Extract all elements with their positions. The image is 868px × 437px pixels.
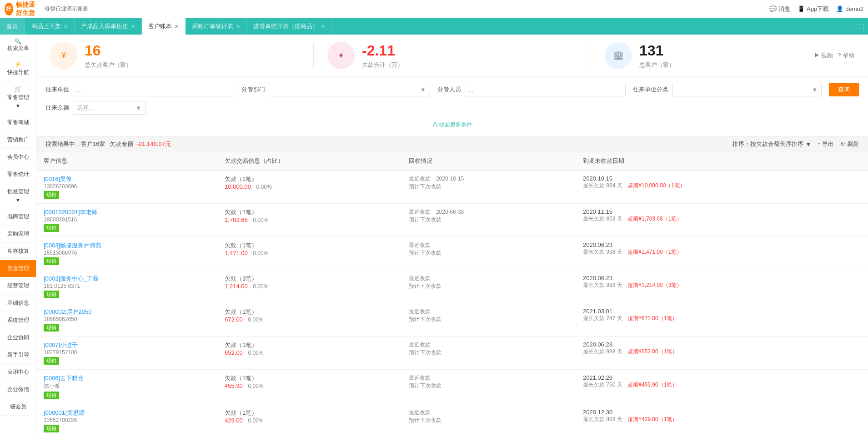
sidebar-item-new-guide[interactable]: 新手引导 bbox=[0, 347, 36, 364]
sidebar-item-member[interactable]: 会员中心 bbox=[0, 149, 36, 166]
sidebar-item-nav[interactable]: ⚡ 快捷导航 bbox=[0, 56, 36, 81]
tab-product-history[interactable]: 产成品入库单历史 ✕ bbox=[75, 18, 142, 35]
collapse-filters[interactable]: ⋀ 收起更多条件 bbox=[45, 119, 859, 131]
sidebar-item-enterprise[interactable]: 企业协同 bbox=[0, 329, 36, 347]
filter-input-manager[interactable]: ... bbox=[465, 83, 626, 96]
overdue-amount-7[interactable]: 超期¥429.00（1笔） bbox=[627, 416, 677, 422]
sidebar-item-wechat[interactable]: 企业微信 bbox=[0, 381, 36, 398]
sidebar-item-system[interactable]: 系统管理 bbox=[0, 312, 36, 329]
filter-group-dept: 分管部门 ▼ bbox=[241, 83, 430, 96]
overdue-amount-2[interactable]: 超期¥1,471.00（1笔） bbox=[627, 249, 682, 255]
svg-text:🏢: 🏢 bbox=[613, 50, 624, 60]
cell-customer-2: [0003]畅捷服务尹海燕 18513066976 现销 bbox=[36, 237, 217, 270]
cell-debt-7: 欠款（1笔） 429.00 0.00% bbox=[217, 404, 401, 437]
debt-amount-6[interactable]: 455.90 bbox=[225, 382, 243, 389]
overdue-amount-3[interactable]: 超期¥1,214.00（3笔） bbox=[627, 282, 682, 288]
tab-home[interactable]: 首页 bbox=[0, 18, 25, 35]
cell-debt-2: 欠款（1笔） 1,471.00 0.00% bbox=[217, 237, 401, 270]
customer-name-link-4[interactable]: [000002]用户2050 bbox=[44, 308, 210, 316]
sort-selector[interactable]: 排序：按欠款金额倒序排序 ▼ bbox=[733, 140, 811, 148]
debt-pct-4: 0.00% bbox=[248, 316, 263, 323]
debt-amount-2[interactable]: 1,471.00 bbox=[225, 250, 248, 256]
customer-name-link-6[interactable]: [0006]去下粮仓 bbox=[44, 374, 210, 382]
query-button[interactable]: 查询 bbox=[829, 83, 859, 96]
filter-select-category[interactable]: ▼ bbox=[672, 83, 822, 96]
tab-purchase-stats[interactable]: 进货单统计表（按商品） ✕ bbox=[247, 18, 332, 35]
sidebar-item-purchase[interactable]: 采购管理 bbox=[0, 226, 36, 243]
customer-name-link-2[interactable]: [0003]畅捷服务尹海燕 bbox=[44, 241, 210, 250]
stat-label-customers: 总欠款客户（家） bbox=[85, 61, 132, 69]
debt-amount-0[interactable]: 10,000.00 bbox=[225, 183, 251, 190]
next-collect-label-7: 预计下次收款 bbox=[409, 417, 568, 424]
filter-select-balance[interactable]: 选择... ▼ bbox=[73, 101, 146, 115]
stat-value-total: 131 bbox=[639, 42, 675, 59]
messages-button[interactable]: 💬 消息 bbox=[769, 5, 790, 13]
collect-date-0: 2020-10-15 bbox=[436, 176, 464, 182]
sidebar-item-operations[interactable]: 经营管理 bbox=[0, 277, 36, 295]
debt-amount-5[interactable]: 652.00 bbox=[225, 349, 243, 356]
customer-name-link-5[interactable]: [0007]小进千 bbox=[44, 341, 210, 349]
sidebar-item-retail-stats[interactable]: 零售统计 bbox=[0, 166, 36, 183]
collect-label-5: 最近收款 bbox=[409, 342, 431, 348]
customer-name-link-1[interactable]: [0001020001]李老师 bbox=[44, 208, 210, 216]
sidebar-item-finance[interactable]: 资金管理 bbox=[0, 260, 36, 277]
collect-label-0: 最近收款 bbox=[409, 176, 431, 182]
minimize-icon[interactable]: — bbox=[850, 23, 856, 30]
industry-selector[interactable]: 母婴行业演示账套 bbox=[41, 5, 769, 13]
app-download-button[interactable]: 📱 App下载 bbox=[798, 5, 829, 13]
overdue-amount-1[interactable]: 超期¥1,703.68（1笔） bbox=[627, 216, 682, 222]
app-logo[interactable]: 好 畅捷通好生意 bbox=[5, 1, 41, 17]
close-tab-customer-account[interactable]: ✕ bbox=[175, 24, 179, 30]
filter-unit-placeholder: ... bbox=[77, 86, 82, 93]
overdue-days-6: 最长欠款 750 天 bbox=[583, 382, 622, 388]
overdue-amount-6[interactable]: 超期¥455.90（1笔） bbox=[627, 382, 677, 388]
tab-product-up-down[interactable]: 商品上下架 ✕ bbox=[25, 18, 75, 35]
debt-amount-3[interactable]: 1,214.00 bbox=[225, 283, 248, 290]
debt-amount-1[interactable]: 1,703.68 bbox=[225, 216, 248, 223]
col-header-due: 到期未收款日期 bbox=[576, 152, 868, 170]
sidebar-search[interactable]: 🔍 搜索菜单 bbox=[0, 35, 36, 56]
customer-tag-6: 现销 bbox=[44, 392, 59, 399]
refresh-button[interactable]: ↻ 刷新 bbox=[840, 140, 859, 148]
debt-amount-7[interactable]: 429.00 bbox=[225, 417, 243, 424]
debt-count-4: 欠款（1笔） bbox=[225, 308, 394, 316]
filter-input-unit[interactable]: ... bbox=[73, 83, 234, 96]
maximize-icon[interactable]: ⛶ bbox=[858, 23, 864, 30]
sidebar-item-vip[interactable]: 畅会员 bbox=[0, 398, 36, 416]
debt-amount-4[interactable]: 672.00 bbox=[225, 316, 243, 323]
close-tab-purchase-stats[interactable]: ✕ bbox=[321, 24, 325, 30]
overdue-amount-4[interactable]: 超期¥672.00（1笔） bbox=[627, 315, 677, 321]
due-date-3: 2020.06.23 bbox=[583, 275, 861, 281]
user-avatar[interactable]: 👤 demo2 bbox=[836, 5, 863, 12]
sidebar-item-retail-mall[interactable]: 零售商城 bbox=[0, 114, 36, 131]
tab-customer-account[interactable]: 客户账本 ✕ bbox=[142, 18, 186, 35]
sidebar-item-marketing[interactable]: 营销推广 bbox=[0, 131, 36, 149]
export-button[interactable]: ↑ 导出 bbox=[818, 140, 834, 148]
customer-tag-2: 现销 bbox=[44, 257, 59, 265]
close-tab-product-up-down[interactable]: ✕ bbox=[64, 24, 68, 30]
sidebar-item-basic-info[interactable]: 基础信息 bbox=[0, 295, 36, 312]
overdue-amount-5[interactable]: 超期¥652.00（1笔） bbox=[627, 348, 677, 355]
stat-icon-customers: ¥ bbox=[50, 42, 77, 69]
sidebar-item-app-center[interactable]: 应用中心 bbox=[0, 364, 36, 381]
stat-card-actions: ▶ 视频 ? 帮助 bbox=[814, 51, 854, 60]
sidebar-item-retail-mgmt[interactable]: 🛒 零售管理 ▼ bbox=[0, 81, 36, 114]
customer-name-link-0[interactable]: [0016]吴俊 bbox=[44, 175, 210, 183]
debt-pct-3: 0.00% bbox=[253, 283, 268, 290]
customer-phone-5: 18279152100 bbox=[44, 349, 210, 356]
close-tab-product-history[interactable]: ✕ bbox=[131, 24, 135, 30]
tab-purchase-order[interactable]: 采购订单统计表 ✕ bbox=[186, 18, 247, 35]
cell-customer-0: [0016]吴俊 13026203696 现销 bbox=[36, 170, 217, 204]
view-video-button[interactable]: ▶ 视频 bbox=[814, 51, 833, 60]
customer-name-link-7[interactable]: [000001]黄思源 bbox=[44, 409, 210, 417]
help-button[interactable]: ? 帮助 bbox=[838, 51, 854, 60]
sidebar-item-ecommerce[interactable]: 电商管理 bbox=[0, 208, 36, 226]
sidebar-item-batch-mgmt[interactable]: 批发管理 ▼ bbox=[0, 183, 36, 208]
close-tab-purchase-order[interactable]: ✕ bbox=[236, 24, 240, 30]
sidebar-item-inventory[interactable]: 库存核算 bbox=[0, 243, 36, 260]
overdue-amount-0[interactable]: 超期¥10,000.00（1笔） bbox=[627, 182, 685, 189]
due-date-5: 2020.06.23 bbox=[583, 341, 861, 348]
nav-icon: ⚡ bbox=[15, 61, 21, 67]
customer-name-link-3[interactable]: [0002]服务中心_丁磊 bbox=[44, 275, 210, 283]
filter-select-dept[interactable]: ▼ bbox=[269, 83, 430, 96]
